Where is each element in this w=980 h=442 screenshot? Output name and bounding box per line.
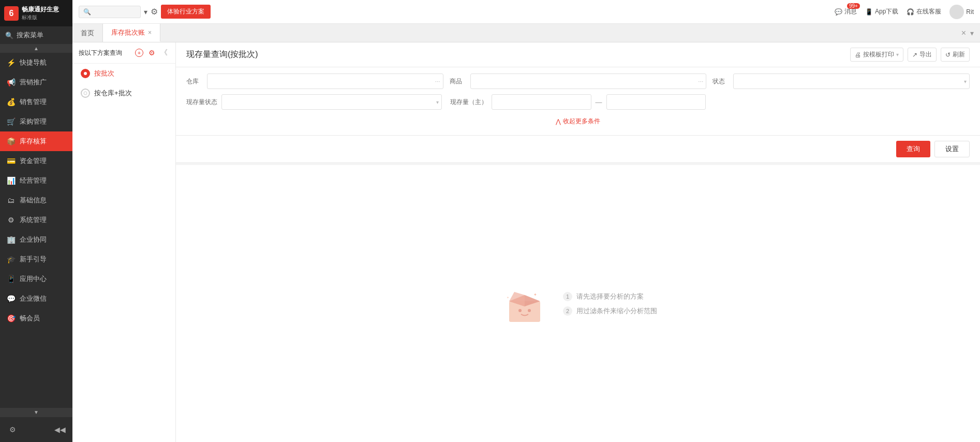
sidebar-search[interactable]: 🔍 搜索菜单: [0, 26, 72, 44]
left-panel-header: 按以下方案查询 + ⚙ 《: [72, 42, 175, 64]
plan-item-batch[interactable]: 按批次: [72, 64, 175, 83]
page-header: 现存量查询(按批次) 🖨 按模板打印 ▾ ↗ 导出 ↺ 刷新: [176, 42, 980, 67]
tab-close-icon[interactable]: ×: [148, 29, 152, 36]
goods-more-icon[interactable]: ···: [698, 78, 703, 85]
sales-icon: 💰: [6, 97, 16, 107]
tabbar: 首页 库存批次账 × × ▾: [72, 24, 980, 42]
message-btn[interactable]: 💬 消息 99+: [835, 7, 857, 16]
status-select[interactable]: [733, 73, 970, 89]
plan-item-warehouse-batch[interactable]: 按仓库+批次: [72, 83, 175, 103]
export-icon: ↗: [912, 51, 917, 58]
tab-home[interactable]: 首页: [72, 24, 103, 42]
sidebar-item-label: 采购管理: [20, 117, 47, 126]
sidebar-item-finance[interactable]: 💳 资金管理: [0, 151, 72, 171]
left-panel: 按以下方案查询 + ⚙ 《 按批次: [72, 42, 176, 442]
left-panel-title: 按以下方案查询: [79, 49, 122, 57]
search-icon: 🔍: [5, 32, 13, 39]
sidebar-item-label: 营销推广: [20, 78, 47, 87]
sidebar-scroll-up[interactable]: ▲: [0, 44, 72, 53]
goods-input[interactable]: [470, 73, 707, 89]
online-service-btn[interactable]: 🎧 在线客服: [907, 7, 941, 16]
marketing-icon: 📢: [6, 78, 16, 87]
step-1-text: 请先选择要分析的方案: [576, 292, 644, 301]
sidebar-item-label: 基础信息: [20, 196, 47, 205]
topbar-dropdown-icon[interactable]: ▾: [144, 8, 147, 16]
query-btn[interactable]: 查询: [896, 141, 930, 157]
sidebar-item-member[interactable]: 🎯 畅会员: [0, 308, 72, 328]
plus-icon: +: [135, 49, 143, 57]
qty-max-input[interactable]: [606, 94, 706, 110]
print-template-btn[interactable]: 🖨 按模板打印 ▾: [850, 48, 903, 62]
refresh-btn[interactable]: ↺ 刷新: [941, 48, 970, 62]
qty-dash: —: [593, 98, 604, 106]
topbar-gear-icon[interactable]: ⚙: [151, 7, 158, 17]
filter-inventory-qty: 现存量（主） —: [450, 94, 706, 110]
sidebar-item-wechat[interactable]: 💬 企业微信: [0, 289, 72, 308]
message-badge: 99+: [847, 3, 860, 9]
sidebar-footer: ⚙ ◀◀: [0, 417, 72, 442]
inventory-status-label: 现存量状态: [186, 98, 217, 107]
phone-icon: 📱: [865, 8, 873, 16]
filter-row-2: 现存量状态 ▾ 现存量（主） —: [186, 94, 970, 110]
step-2-text: 用过滤条件来缩小分析范围: [576, 306, 657, 316]
tab-inventory-batch[interactable]: 库存批次账 ×: [103, 24, 160, 42]
add-plan-btn[interactable]: +: [134, 48, 144, 58]
export-label: 导出: [919, 50, 932, 59]
sidebar-item-operations[interactable]: 📊 经营管理: [0, 171, 72, 190]
warehouse-input[interactable]: [207, 73, 443, 89]
user-avatar: [949, 5, 964, 19]
sidebar-item-apps[interactable]: 📱 应用中心: [0, 269, 72, 289]
sidebar-item-system[interactable]: ⚙ 系统管理: [0, 210, 72, 230]
topbar: 🔍 ▾ ⚙ 体验行业方案 💬 消息 99+ 📱 App下载 🎧 在线客服: [72, 0, 980, 24]
refresh-icon: ↺: [945, 51, 951, 58]
settings-btn[interactable]: 设置: [934, 141, 970, 157]
sidebar-item-inventory[interactable]: 📦 库存核算: [0, 131, 72, 151]
sidebar-item-label: 资金管理: [20, 156, 47, 166]
print-template-label: 按模板打印: [863, 50, 894, 59]
sidebar: 6 畅康通好生意 标准版 🔍 搜索菜单 ▲ ⚡ 快捷导航 📢 营销推广 💰 销售…: [0, 0, 72, 442]
sidebar-item-sales[interactable]: 💰 销售管理: [0, 92, 72, 112]
empty-text: 1 请先选择要分析的方案 2 用过滤条件来缩小分析范围: [563, 292, 657, 316]
export-btn[interactable]: ↗ 导出: [908, 48, 937, 62]
topbar-search-box[interactable]: 🔍: [79, 6, 141, 18]
sidebar-header: 6 畅康通好生意 标准版: [0, 0, 72, 26]
sidebar-item-label: 企业协同: [20, 235, 47, 244]
svg-point-5: [518, 309, 522, 312]
warehouse-more-icon[interactable]: ···: [435, 78, 440, 85]
sidebar-item-marketing[interactable]: 📢 营销推广: [0, 72, 72, 92]
experience-btn[interactable]: 体验行业方案: [161, 5, 211, 19]
sidebar-item-enterprise[interactable]: 🏢 企业协同: [0, 230, 72, 249]
filter-inventory-status: 现存量状态 ▾: [186, 94, 442, 110]
system-icon: ⚙: [6, 215, 16, 225]
page-title: 现存量查询(按批次): [186, 49, 258, 60]
filter-warehouse: 仓库 ···: [186, 73, 443, 89]
wechat-icon: 💬: [6, 294, 16, 303]
svg-point-0: [84, 72, 87, 75]
tab-more-icon[interactable]: ▾: [970, 29, 974, 37]
refresh-label: 刷新: [953, 50, 965, 59]
app-download-label: App下载: [875, 7, 898, 16]
sidebar-item-label: 畅会员: [20, 314, 40, 323]
qty-min-input[interactable]: [492, 94, 591, 110]
inventory-status-select[interactable]: [221, 94, 442, 110]
plan-settings-btn[interactable]: ⚙: [146, 48, 157, 58]
settings-footer-btn[interactable]: ⚙: [5, 422, 20, 437]
collapse-panel-btn[interactable]: 《: [159, 48, 169, 58]
user-profile-btn[interactable]: Rit: [949, 5, 974, 19]
tab-home-label: 首页: [81, 28, 94, 38]
empty-step-2: 2 用过滤条件来缩小分析范围: [563, 306, 657, 316]
app-logo: 6: [4, 6, 19, 21]
plan-item-warehouse-batch-label: 按仓库+批次: [94, 89, 132, 98]
sidebar-item-quick-nav[interactable]: ⚡ 快捷导航: [0, 53, 72, 72]
collapse-sidebar-btn[interactable]: ◀◀: [53, 422, 67, 437]
app-download-btn[interactable]: 📱 App下载: [865, 7, 898, 16]
finance-icon: 💳: [6, 156, 16, 166]
sidebar-item-purchase[interactable]: 🛒 采购管理: [0, 112, 72, 131]
sidebar-scroll-down[interactable]: ▼: [0, 408, 72, 417]
sidebar-item-basic[interactable]: 🗂 基础信息: [0, 190, 72, 210]
tab-close-page-icon[interactable]: ×: [961, 28, 966, 38]
inventory-icon: 📦: [6, 137, 16, 146]
chevron-up-icon: ⋀: [556, 118, 561, 125]
sidebar-item-guide[interactable]: 🎓 新手引导: [0, 249, 72, 269]
collapse-filters-btn[interactable]: ⋀ 收起更多条件: [186, 114, 970, 129]
